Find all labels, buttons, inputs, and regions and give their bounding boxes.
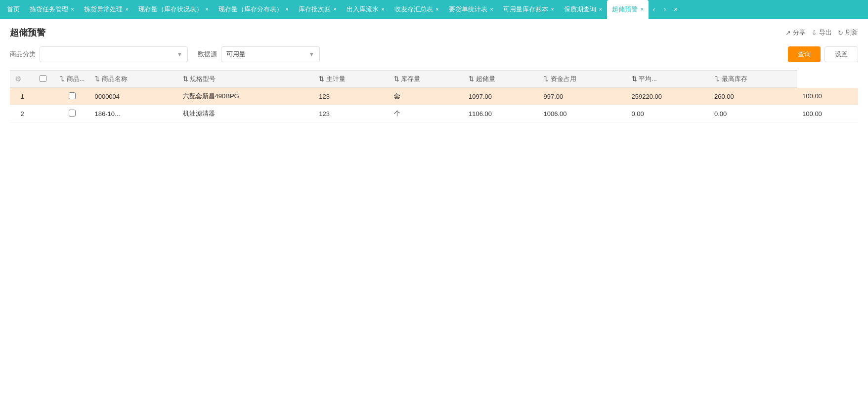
- checkbox-column-header: [35, 71, 54, 88]
- row-maxstock: 100.00: [797, 88, 858, 105]
- row-capital: 0.00: [627, 105, 709, 122]
- row-avg: 260.00: [709, 88, 797, 105]
- row-index: 1: [10, 88, 35, 105]
- row-overstock: 1006.00: [538, 105, 626, 122]
- datasource-select[interactable]: 可用量 ▼: [221, 46, 320, 62]
- row-spec: 123: [314, 88, 389, 105]
- nav-item-stock-dist[interactable]: 现存量（库存分布表） ×: [214, 0, 294, 19]
- row-avg: 0.00: [709, 105, 797, 122]
- nav-item-exception[interactable]: 拣货异常处理 ×: [79, 0, 133, 19]
- header-actions: ↗ 分享 ⇩ 导出 ↻ 刷新: [785, 28, 858, 37]
- col-header-name: ⇅ 商品名称: [89, 71, 177, 88]
- page-header: 超储预警 ↗ 分享 ⇩ 导出 ↻ 刷新: [10, 27, 858, 39]
- data-table: ⚙ ⇅ 商品... ⇅ 商品名称 ⇅ 规格型号 ⇅ 主计量 ⇅: [10, 70, 858, 122]
- datasource-value: 可用量: [226, 50, 246, 59]
- row-checkbox-cell: [54, 105, 89, 122]
- close-icon[interactable]: ×: [490, 6, 493, 13]
- category-label: 商品分类: [10, 50, 36, 59]
- nav-prev-button[interactable]: ‹: [649, 0, 659, 19]
- datasource-label: 数据源: [198, 50, 217, 59]
- nav-item-batch[interactable]: 库存批次账 ×: [294, 0, 342, 19]
- share-button[interactable]: ↗ 分享: [785, 28, 806, 37]
- nav-item-available[interactable]: 可用量库存账本 ×: [498, 0, 559, 19]
- close-icon[interactable]: ×: [333, 6, 337, 13]
- close-icon[interactable]: ×: [599, 6, 602, 13]
- row-maxstock: 100.00: [797, 105, 858, 122]
- close-icon[interactable]: ×: [551, 6, 554, 13]
- close-icon[interactable]: ×: [205, 6, 209, 13]
- row-unit: 个: [389, 105, 464, 122]
- close-icon[interactable]: ×: [435, 6, 439, 13]
- nav-item-inout[interactable]: 出入库流水 ×: [342, 0, 390, 19]
- row-checkbox[interactable]: [69, 110, 76, 117]
- close-icon[interactable]: ×: [381, 6, 385, 13]
- close-icon[interactable]: ×: [285, 6, 289, 13]
- export-button[interactable]: ⇩ 导出: [812, 28, 832, 37]
- gear-column-header: ⚙: [10, 71, 35, 88]
- refresh-icon: ↻: [838, 29, 843, 37]
- setting-button[interactable]: 设置: [825, 46, 858, 62]
- table-row: 1 0000004 六配套新昌490BPG 123 套 1097.00 997.…: [10, 88, 858, 105]
- col-header-spec-label: ⇅ 规格型号: [183, 75, 216, 82]
- category-select[interactable]: ▼: [40, 46, 188, 62]
- col-header-unit: ⇅ 主计量: [314, 71, 389, 88]
- table-header-row: ⚙ ⇅ 商品... ⇅ 商品名称 ⇅ 规格型号 ⇅ 主计量 ⇅: [10, 71, 858, 88]
- nav-close-button[interactable]: ×: [670, 0, 681, 19]
- col-header-capital-label: ⇅ 资金占用: [543, 75, 576, 82]
- table-body: 1 0000004 六配套新昌490BPG 123 套 1097.00 997.…: [10, 88, 858, 122]
- refresh-button[interactable]: ↻ 刷新: [838, 28, 858, 37]
- top-navigation: 首页 拣货任务管理 × 拣货异常处理 × 现存量（库存状况表） × 现存量（库存…: [0, 0, 868, 19]
- row-overstock: 997.00: [538, 88, 626, 105]
- chevron-down-icon: ▼: [309, 51, 314, 57]
- select-all-checkbox[interactable]: [40, 75, 46, 82]
- nav-item-overstock[interactable]: 超储预警 ×: [607, 0, 649, 19]
- col-header-code: ⇅ 商品...: [54, 71, 89, 88]
- col-header-code-label: ⇅ 商品...: [59, 75, 85, 82]
- col-header-spec: ⇅ 规格型号: [178, 71, 314, 88]
- page-content: 超储预警 ↗ 分享 ⇩ 导出 ↻ 刷新 商品分类 ▼ 数据源: [0, 19, 868, 130]
- row-code: 0000004: [89, 88, 177, 105]
- row-stock: 1097.00: [464, 88, 538, 105]
- nav-item-expiry[interactable]: 保质期查询 ×: [559, 0, 607, 19]
- row-unit: 套: [389, 88, 464, 105]
- row-index: 2: [10, 105, 35, 122]
- col-header-avg-label: ⇅ 平均...: [632, 75, 657, 82]
- nav-item-order-stat[interactable]: 要货单统计表 ×: [444, 0, 498, 19]
- close-icon[interactable]: ×: [640, 6, 644, 13]
- page-title: 超储预警: [10, 27, 45, 39]
- nav-next-button[interactable]: ›: [659, 0, 670, 19]
- query-button[interactable]: 查询: [788, 46, 821, 62]
- nav-item-task[interactable]: 拣货任务管理 ×: [25, 0, 79, 19]
- col-header-avg: ⇅ 平均...: [627, 71, 709, 88]
- datasource-filter-group: 数据源 可用量 ▼: [198, 46, 320, 62]
- row-capital: 259220.00: [627, 88, 709, 105]
- table-row: 2 186-10... 机油滤清器 123 个 1106.00 1006.00 …: [10, 105, 858, 122]
- share-icon: ↗: [785, 29, 791, 37]
- nav-item-stock-status[interactable]: 现存量（库存状况表） ×: [133, 0, 214, 19]
- chevron-down-icon: ▼: [177, 51, 182, 57]
- row-code: 186-10...: [89, 105, 177, 122]
- col-header-unit-label: ⇅ 主计量: [319, 75, 346, 82]
- close-icon[interactable]: ×: [125, 6, 129, 13]
- row-spec: 123: [314, 105, 389, 122]
- row-checkbox[interactable]: [69, 92, 76, 99]
- gear-icon[interactable]: ⚙: [15, 75, 21, 83]
- col-header-name-label: ⇅ 商品名称: [94, 75, 128, 82]
- row-gear-cell: [35, 105, 54, 122]
- nav-item-summary[interactable]: 收发存汇总表 ×: [390, 0, 444, 19]
- col-header-capital: ⇅ 资金占用: [538, 71, 626, 88]
- col-header-stock: ⇅ 库存量: [389, 71, 464, 88]
- category-filter-group: 商品分类 ▼: [10, 46, 188, 62]
- row-gear-cell: [35, 88, 54, 105]
- col-header-overstock-label: ⇅ 超储量: [469, 75, 495, 82]
- col-header-maxstock-label: ⇅ 最高库存: [714, 75, 747, 82]
- row-stock: 1106.00: [464, 105, 538, 122]
- export-icon: ⇩: [812, 29, 817, 37]
- row-name: 机油滤清器: [178, 105, 314, 122]
- row-name: 六配套新昌490BPG: [178, 88, 314, 105]
- col-header-maxstock: ⇅ 最高库存: [709, 71, 797, 88]
- close-icon[interactable]: ×: [71, 6, 74, 13]
- filter-area: 商品分类 ▼ 数据源 可用量 ▼ 查询 设置: [10, 46, 858, 62]
- nav-item-home[interactable]: 首页: [2, 0, 25, 19]
- col-header-overstock: ⇅ 超储量: [464, 71, 538, 88]
